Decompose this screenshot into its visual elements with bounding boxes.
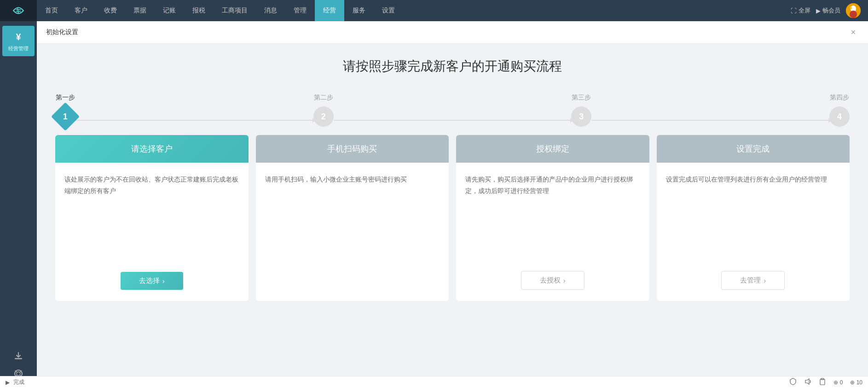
clipboard-icon xyxy=(819,378,826,387)
step-3-circle: 3 xyxy=(571,106,591,127)
card-2-body: 请用手机扫码，输入小微企业主账号密码进行购买 xyxy=(256,163,449,282)
card-1-btn-arrow: › xyxy=(162,277,165,285)
card-3-btn-label: 去授权 xyxy=(540,276,561,285)
card-4-footer: 去管理 › xyxy=(657,264,850,301)
nav-biz-items[interactable]: 工商项目 xyxy=(214,0,256,21)
card-4-button[interactable]: 去管理 › xyxy=(721,271,785,290)
cards-row: 请选择客户 该处展示的客户为不在回收站、客户状态正常建账后完成老板端绑定的所有客… xyxy=(55,135,850,301)
card-3-description: 请先购买，购买后选择开通的产品中的企业用户进行授权绑定，成功后即可进行经营管理 xyxy=(465,176,633,194)
nav-customers[interactable]: 客户 xyxy=(66,0,96,21)
page-title: 初始化设置 xyxy=(46,28,78,36)
status-text: 完成 xyxy=(13,378,24,386)
sidebar-item-operations[interactable]: ¥ 经营管理 xyxy=(2,26,35,56)
card-4-title: 设置完成 xyxy=(736,144,770,153)
sidebar-item-label: 经营管理 xyxy=(8,45,29,52)
card-4-body: 设置完成后可以在管理列表进行所有企业用户的经营管理 xyxy=(657,163,850,264)
card-2-title: 手机扫码购买 xyxy=(327,144,377,153)
step-item-3: 第三步 3 xyxy=(571,94,591,127)
setup-content: 请按照步骤完成新客户的开通购买流程 第一步 1 第二步 2 xyxy=(37,44,868,315)
step-2-label: 第二步 xyxy=(314,94,333,102)
update-count: ⊕ 10 xyxy=(850,379,862,386)
fullscreen-icon: ⛶ xyxy=(791,7,797,14)
nav-items: 首页 客户 收费 票据 记账 报税 工商项目 消息 管理 经营 服务 设置 xyxy=(37,0,791,21)
left-sidebar: ¥ 经营管理 xyxy=(0,21,37,388)
card-1-footer: 去选择 › xyxy=(55,265,249,301)
svg-point-3 xyxy=(850,11,857,18)
card-authorize-bind: 授权绑定 请先购买，购买后选择开通的产品中的企业用户进行授权绑定，成功后即可进行… xyxy=(456,135,649,301)
card-select-customer: 请选择客户 该处展示的客户为不在回收站、客户状态正常建账后完成老板端绑定的所有客… xyxy=(55,135,249,301)
member-label: 畅会员 xyxy=(822,6,840,15)
top-navigation: 首页 客户 收费 票据 记账 报税 工商项目 消息 管理 经营 服务 设置 ⛶ … xyxy=(0,0,868,21)
card-4-btn-arrow: › xyxy=(764,276,766,284)
nav-fees[interactable]: 收费 xyxy=(96,0,125,21)
steps-flow: 第一步 1 第二步 2 第三步 3 xyxy=(55,94,850,127)
play-btn[interactable]: ▶ xyxy=(6,379,10,386)
card-3-header: 授权绑定 xyxy=(456,135,649,163)
download-icon[interactable] xyxy=(13,351,23,361)
fullscreen-button[interactable]: ⛶ 全屏 xyxy=(791,6,810,15)
card-3-btn-arrow: › xyxy=(563,276,566,284)
step-item-2: 第二步 2 xyxy=(313,94,334,127)
card-3-title: 授权绑定 xyxy=(536,144,569,153)
step-2-circle: 2 xyxy=(313,106,334,127)
nav-services[interactable]: 服务 xyxy=(344,0,374,21)
step-item-1: 第一步 1 xyxy=(55,94,75,127)
nav-management[interactable]: 管理 xyxy=(285,0,315,21)
card-2-footer xyxy=(256,282,449,301)
svg-point-6 xyxy=(17,372,20,376)
step-1-diamond: 1 xyxy=(51,102,80,131)
svg-rect-4 xyxy=(15,358,22,359)
card-4-btn-label: 去管理 xyxy=(740,276,761,285)
fullscreen-label: 全屏 xyxy=(799,6,810,15)
nav-home[interactable]: 首页 xyxy=(37,0,66,21)
step-1-number: 1 xyxy=(63,112,68,121)
nav-tax[interactable]: 报税 xyxy=(184,0,214,21)
step-4-label: 第四步 xyxy=(830,94,849,102)
shield-icon xyxy=(789,378,797,387)
card-1-header: 请选择客户 xyxy=(55,135,249,163)
card-setup-complete: 设置完成 设置完成后可以在管理列表进行所有企业用户的经营管理 去管理 › xyxy=(657,135,850,301)
page-header: 初始化设置 × xyxy=(37,21,868,44)
step-connector-1 xyxy=(75,120,313,121)
svg-rect-8 xyxy=(820,379,825,385)
nav-settings[interactable]: 设置 xyxy=(374,0,403,21)
card-1-button[interactable]: 去选择 › xyxy=(121,272,183,290)
step-item-4: 第四步 4 xyxy=(829,94,850,127)
nav-invoices[interactable]: 票据 xyxy=(125,0,155,21)
step-connector-2 xyxy=(334,120,572,121)
volume-icon xyxy=(804,378,811,387)
close-button[interactable]: × xyxy=(848,27,859,38)
operations-icon: ¥ xyxy=(12,30,25,43)
card-2-description: 请用手机扫码，输入小微企业主账号密码进行购买 xyxy=(265,176,407,183)
step-1-indicator: 1 xyxy=(55,106,75,127)
svg-marker-7 xyxy=(805,379,809,384)
nav-operations[interactable]: 经营 xyxy=(315,0,344,21)
step-connector-3 xyxy=(591,120,829,121)
play-icon: ▶ xyxy=(816,7,821,14)
card-1-body: 该处展示的客户为不在回收站、客户状态正常建账后完成老板端绑定的所有客户 xyxy=(55,163,249,265)
card-2-header: 手机扫码购买 xyxy=(256,135,449,163)
main-content: 初始化设置 × 请按照步骤完成新客户的开通购买流程 第一步 1 第二步 2 xyxy=(37,21,868,376)
card-1-title: 请选择客户 xyxy=(131,144,173,153)
member-button[interactable]: ▶ 畅会员 xyxy=(816,6,840,15)
nav-bookkeeping[interactable]: 记账 xyxy=(155,0,184,21)
card-4-description: 设置完成后可以在管理列表进行所有企业用户的经营管理 xyxy=(666,176,827,183)
step-1-label: 第一步 xyxy=(56,94,75,102)
avatar[interactable] xyxy=(846,3,861,18)
step-4-circle: 4 xyxy=(829,106,850,127)
card-3-button[interactable]: 去授权 › xyxy=(521,271,584,290)
card-1-description: 该处展示的客户为不在回收站、客户状态正常建账后完成老板端绑定的所有客户 xyxy=(64,176,238,194)
status-bar: ▶ 完成 ⊕ 0 ⊕ 10 xyxy=(0,376,868,388)
card-1-btn-label: 去选择 xyxy=(139,276,160,285)
nav-right-area: ⛶ 全屏 ▶ 畅会员 xyxy=(791,3,868,18)
card-3-body: 请先购买，购买后选择开通的产品中的企业用户进行授权绑定，成功后即可进行经营管理 xyxy=(456,163,649,264)
nav-messages[interactable]: 消息 xyxy=(256,0,285,21)
notification-count: ⊕ 0 xyxy=(833,379,843,386)
card-scan-buy: 手机扫码购买 请用手机扫码，输入小微企业主账号密码进行购买 xyxy=(256,135,449,301)
setup-main-title: 请按照步骤完成新客户的开通购买流程 xyxy=(55,58,850,75)
card-4-header: 设置完成 xyxy=(657,135,850,163)
step-3-label: 第三步 xyxy=(572,94,591,102)
card-3-footer: 去授权 › xyxy=(456,264,649,301)
status-bar-right: ⊕ 0 ⊕ 10 xyxy=(789,378,862,387)
sidebar-bottom-actions xyxy=(13,351,23,379)
